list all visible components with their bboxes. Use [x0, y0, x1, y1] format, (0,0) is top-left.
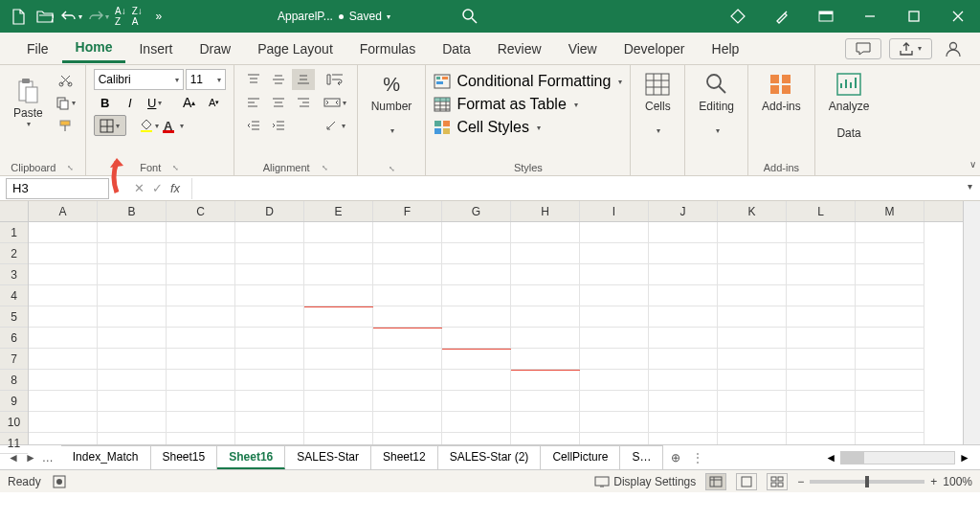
fx-icon[interactable]: fx	[170, 181, 180, 195]
editing-button[interactable]: Editing▾	[693, 69, 740, 137]
shrink-font-icon[interactable]: A▾	[203, 92, 226, 113]
ribbon-display-icon[interactable]	[804, 0, 848, 33]
zoom-out-button[interactable]: −	[797, 475, 804, 488]
align-top-icon[interactable]	[242, 69, 265, 90]
col-header-H[interactable]: H	[511, 201, 580, 221]
sheet-tab[interactable]: S…	[620, 445, 663, 469]
analyze-data-button[interactable]: AnalyzeData	[823, 69, 876, 142]
vertical-scrollbar[interactable]	[963, 201, 980, 444]
tab-insert[interactable]: Insert	[125, 35, 186, 62]
tab-formulas[interactable]: Formulas	[346, 35, 429, 62]
close-button[interactable]	[936, 0, 980, 33]
cells-button[interactable]: Cells▾	[638, 69, 677, 137]
row-header-3[interactable]: 3	[0, 264, 28, 285]
tab-pagelayout[interactable]: Page Layout	[244, 35, 346, 62]
col-header-E[interactable]: E	[304, 201, 373, 221]
row-header-7[interactable]: 7	[0, 349, 28, 370]
sheet-tab[interactable]: Sheet15	[151, 445, 218, 469]
row-header-10[interactable]: 10	[0, 412, 28, 433]
sheet-tab[interactable]: SALES-Star	[285, 445, 371, 469]
paste-button[interactable]: Paste▾	[8, 69, 49, 136]
search-icon[interactable]	[459, 6, 480, 27]
collapse-ribbon-icon[interactable]: ∨	[969, 159, 976, 170]
diamond-icon[interactable]	[716, 0, 760, 33]
borders-button[interactable]: ▾	[94, 115, 126, 136]
sheet-tab[interactable]: Sheet16	[217, 445, 285, 469]
comments-button[interactable]	[845, 38, 881, 59]
col-header-G[interactable]: G	[442, 201, 511, 221]
page-layout-view-icon[interactable]	[736, 473, 757, 490]
display-settings[interactable]: Display Settings	[594, 475, 696, 488]
increase-indent-icon[interactable]	[267, 115, 290, 136]
italic-button[interactable]: I	[119, 92, 142, 113]
page-break-view-icon[interactable]	[767, 473, 788, 490]
formula-expand-icon[interactable]: ▾	[968, 181, 972, 192]
enter-formula-icon[interactable]: ✓	[152, 181, 163, 195]
add-sheet-button[interactable]: ⊕	[663, 451, 688, 464]
sort-az-icon[interactable]: A↓Z	[113, 4, 128, 29]
col-header-L[interactable]: L	[787, 201, 856, 221]
account-icon[interactable]	[940, 37, 967, 60]
font-color-button[interactable]: A▾	[163, 115, 186, 136]
tab-home[interactable]: Home	[62, 34, 126, 63]
align-middle-icon[interactable]	[267, 69, 290, 90]
col-header-J[interactable]: J	[649, 201, 718, 221]
tab-view[interactable]: View	[555, 35, 611, 62]
wrap-text-icon[interactable]	[321, 69, 349, 90]
sheet-tab[interactable]: Sheet12	[371, 445, 438, 469]
col-header-C[interactable]: C	[167, 201, 235, 221]
row-header-4[interactable]: 4	[0, 285, 28, 306]
share-button[interactable]: ▾	[889, 38, 932, 59]
col-header-F[interactable]: F	[373, 201, 442, 221]
col-header-I[interactable]: I	[580, 201, 649, 221]
addins-button[interactable]: Add-ins	[756, 69, 807, 115]
sheet-nav-more[interactable]: …	[42, 451, 54, 464]
fill-color-button[interactable]: ▾	[138, 115, 161, 136]
undo-icon[interactable]: ▾	[59, 4, 84, 29]
qat-more-icon[interactable]: »	[146, 4, 171, 29]
macro-record-icon[interactable]	[53, 475, 66, 488]
font-name-combo[interactable]: Calibri▾	[94, 69, 184, 90]
formula-input[interactable]: ▾	[191, 178, 980, 199]
align-center-icon[interactable]	[267, 92, 290, 113]
sheet-tab[interactable]: SALES-Star (2)	[438, 445, 542, 469]
col-header-M[interactable]: M	[856, 201, 924, 221]
row-header-6[interactable]: 6	[0, 328, 28, 349]
row-header-9[interactable]: 9	[0, 391, 28, 412]
col-header-D[interactable]: D	[235, 201, 304, 221]
col-header-A[interactable]: A	[29, 201, 98, 221]
sort-za-icon[interactable]: Z↓A	[130, 4, 145, 29]
tab-data[interactable]: Data	[429, 35, 484, 62]
align-bottom-icon[interactable]	[292, 69, 315, 90]
open-file-icon[interactable]	[33, 4, 57, 29]
tab-review[interactable]: Review	[484, 35, 555, 62]
cell-styles-button[interactable]: Cell Styles▾	[434, 119, 622, 136]
save-state[interactable]: Saved▾	[349, 10, 390, 23]
decrease-indent-icon[interactable]	[242, 115, 265, 136]
tab-file[interactable]: File	[13, 35, 62, 62]
col-header-B[interactable]: B	[98, 201, 167, 221]
zoom-level[interactable]: 100%	[943, 475, 972, 488]
row-header-2[interactable]: 2	[0, 243, 28, 264]
brush-icon[interactable]	[760, 0, 804, 33]
zoom-in-button[interactable]: +	[930, 475, 937, 488]
name-box[interactable]: H3	[6, 178, 109, 199]
format-as-table-button[interactable]: Format as Table▾	[434, 96, 622, 113]
namebox-dropdown[interactable]: ⋮	[109, 183, 122, 193]
maximize-button[interactable]	[892, 0, 936, 33]
redo-icon[interactable]: ▾	[86, 4, 111, 29]
cancel-formula-icon[interactable]: ✕	[134, 181, 145, 195]
new-file-icon[interactable]	[6, 4, 31, 29]
copy-icon[interactable]: ▾	[55, 92, 78, 113]
tab-draw[interactable]: Draw	[186, 35, 244, 62]
row-header-11[interactable]: 11	[0, 433, 28, 454]
cut-icon[interactable]	[55, 69, 78, 90]
number-format-button[interactable]: % Number▾	[366, 69, 418, 137]
align-right-icon[interactable]	[292, 92, 315, 113]
grow-font-icon[interactable]: A▴	[178, 92, 201, 113]
number-launcher[interactable]: ⤡	[389, 165, 395, 173]
orientation-icon[interactable]: ▾	[321, 115, 349, 136]
minimize-button[interactable]	[848, 0, 892, 33]
clipboard-launcher[interactable]: ⤡	[67, 164, 74, 172]
font-launcher[interactable]: ⤡	[172, 164, 179, 172]
